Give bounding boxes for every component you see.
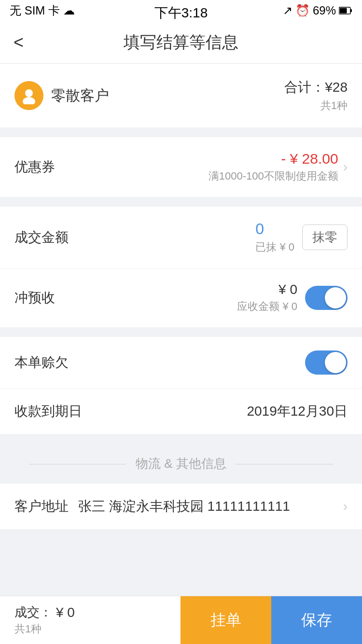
deal-amount-value-block: 0 已抹 ¥ 0 <box>255 220 294 254</box>
footer-count: 共1种 <box>14 622 181 636</box>
deal-amount-subtext: 已抹 ¥ 0 <box>255 240 294 254</box>
deal-amount-row: 成交金额 0 已抹 ¥ 0 抹零 <box>0 207 362 268</box>
battery-label: 69% <box>313 4 336 17</box>
round-zero-button[interactable]: 抹零 <box>302 224 348 250</box>
due-date-value: 2019年12月30日 <box>247 402 348 420</box>
nav-bar: < 填写结算等信息 <box>0 21 362 64</box>
svg-rect-1 <box>350 9 352 12</box>
coupon-value-block: - ¥ 28.00 满1000-100不限制使用金额 <box>209 151 338 183</box>
coupon-subtext: 满1000-100不限制使用金额 <box>209 169 338 183</box>
coupon-chevron-icon: › <box>343 159 348 175</box>
battery-icon <box>339 4 352 17</box>
alarm-icon: ⏰ <box>295 4 310 17</box>
due-date-row: 收款到期日 2019年12月30日 <box>0 389 362 434</box>
address-label: 客户地址 <box>14 497 69 516</box>
status-right: ↗ ⏰ 69% <box>283 4 352 17</box>
credit-section: 本单赊欠 收款到期日 2019年12月30日 <box>0 337 362 434</box>
address-section[interactable]: 客户地址 张三 海淀永丰科技园 11111111111 › <box>0 484 362 529</box>
footer-summary: 成交： ¥ 0 共1种 <box>0 596 181 644</box>
prepayment-subtext: 应收金额 ¥ 0 <box>237 299 297 314</box>
deal-amount-value: 0 <box>255 220 294 238</box>
customer-left: 零散客户 <box>14 81 109 110</box>
logistics-header-text: 物流 & 其他信息 <box>126 455 236 472</box>
prepayment-row: 冲预收 ¥ 0 应收金额 ¥ 0 <box>0 268 362 327</box>
address-value: 张三 海淀永丰科技园 11111111111 <box>78 497 334 516</box>
prepayment-value-block: ¥ 0 应收金额 ¥ 0 <box>237 282 297 314</box>
address-row[interactable]: 客户地址 张三 海淀永丰科技园 11111111111 › <box>0 484 362 529</box>
coupon-label: 优惠券 <box>14 158 55 176</box>
customer-count: 共1种 <box>284 98 348 113</box>
deal-amount-label: 成交金额 <box>14 228 69 247</box>
address-chevron-icon: › <box>343 499 348 514</box>
prepayment-toggle[interactable] <box>305 286 348 310</box>
bottom-footer: 成交： ¥ 0 共1种 挂单 保存 <box>0 596 362 644</box>
svg-rect-2 <box>340 8 347 14</box>
prepayment-right: ¥ 0 应收金额 ¥ 0 <box>237 282 348 314</box>
customer-name: 零散客户 <box>51 86 109 106</box>
credit-right <box>305 350 348 375</box>
deal-amount-right: 0 已抹 ¥ 0 抹零 <box>255 220 348 254</box>
coupon-section[interactable]: 优惠券 - ¥ 28.00 满1000-100不限制使用金额 › <box>0 137 362 197</box>
footer-amount: ¥ 0 <box>56 605 75 620</box>
due-date-right: 2019年12月30日 <box>247 402 348 420</box>
coupon-right: - ¥ 28.00 满1000-100不限制使用金额 › <box>209 151 348 183</box>
customer-section: 零散客户 合计：¥28 共1种 <box>0 64 362 127</box>
footer-deal-row: 成交： ¥ 0 <box>14 604 181 621</box>
page-title: 填写结算等信息 <box>124 31 238 54</box>
credit-row: 本单赊欠 <box>0 337 362 389</box>
due-date-label: 收款到期日 <box>14 402 82 420</box>
save-button[interactable]: 保存 <box>271 596 362 644</box>
footer-deal-label: 成交： <box>14 604 52 621</box>
customer-avatar <box>14 81 43 110</box>
customer-total: 合计：¥28 <box>284 78 348 97</box>
hang-button[interactable]: 挂单 <box>181 596 271 644</box>
prepayment-label: 冲预收 <box>14 289 55 307</box>
prepayment-value: ¥ 0 <box>237 282 297 297</box>
status-bar: 无 SIM 卡 ☁ 下午3:18 ↗ ⏰ 69% <box>0 0 362 21</box>
svg-point-3 <box>25 89 33 97</box>
logistics-header: 物流 & 其他信息 <box>0 444 362 484</box>
sim-label: 无 SIM 卡 ☁ <box>10 3 75 18</box>
coupon-value: - ¥ 28.00 <box>209 151 338 167</box>
credit-label: 本单赊欠 <box>14 353 69 372</box>
customer-summary: 合计：¥28 共1种 <box>284 78 348 113</box>
svg-point-4 <box>23 97 35 104</box>
credit-toggle[interactable] <box>305 350 348 375</box>
deal-amount-section: 成交金额 0 已抹 ¥ 0 抹零 冲预收 ¥ 0 应收金额 ¥ 0 <box>0 207 362 327</box>
status-left: 无 SIM 卡 ☁ <box>10 3 75 18</box>
location-icon: ↗ <box>283 4 292 17</box>
status-time: 下午3:18 <box>154 4 208 22</box>
back-button[interactable]: < <box>14 32 24 53</box>
